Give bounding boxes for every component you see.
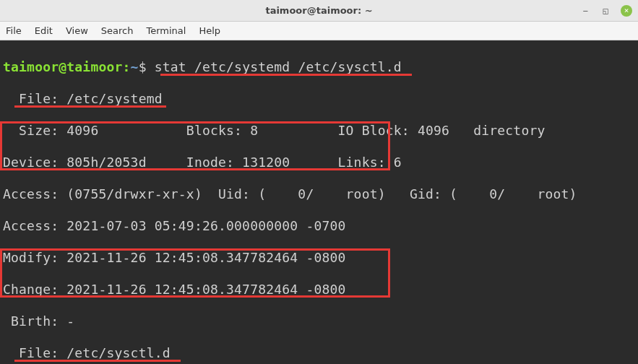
stat1-access-perm: Access: (0755/drwxr-xr-x) Uid: ( 0/ root…	[3, 186, 577, 202]
annotation-underline	[160, 74, 412, 76]
stat1-change: Change: 2021-11-26 12:45:08.347782464 -0…	[3, 282, 346, 297]
stat2-file: File: /etc/sysctl.d	[3, 345, 171, 360]
stat1-access: Access: 2021-07-03 05:49:26.000000000 -0…	[3, 218, 346, 233]
window-controls: − ◱ ×	[580, 5, 632, 17]
menu-terminal[interactable]: Terminal	[146, 25, 186, 36]
menu-search[interactable]: Search	[101, 25, 134, 36]
stat1-device: Device: 805h/2053d Inode: 131200 Links: …	[3, 155, 402, 170]
stat1-modify: Modify: 2021-11-26 12:45:08.347782464 -0…	[3, 250, 346, 265]
menu-edit[interactable]: Edit	[35, 25, 53, 36]
stat1-birth: Birth: -	[3, 313, 74, 329]
prompt-userhost: taimoor@taimoor	[3, 59, 123, 74]
menu-help[interactable]: Help	[199, 25, 220, 36]
annotation-underline	[14, 360, 181, 362]
window-title: taimoor@taimoor: ~	[265, 5, 372, 16]
stat1-file: File: /etc/systemd	[3, 91, 163, 106]
prompt-line: taimoor@taimoor:~$ stat /etc/systemd /et…	[3, 59, 637, 75]
menubar: File Edit View Search Terminal Help	[0, 22, 638, 40]
menu-file[interactable]: File	[6, 25, 22, 36]
menu-view[interactable]: View	[66, 25, 88, 36]
command-text: stat /etc/systemd /etc/sysctl.d	[155, 59, 402, 74]
annotation-underline	[14, 105, 166, 108]
titlebar: taimoor@taimoor: ~ − ◱ ×	[0, 0, 638, 22]
close-button[interactable]: ×	[621, 5, 632, 17]
minimize-button[interactable]: −	[580, 6, 590, 16]
prompt-dollar: $	[139, 59, 147, 74]
maximize-button[interactable]: ◱	[600, 6, 611, 16]
stat1-size: Size: 4096 Blocks: 8 IO Block: 4096 dire…	[3, 123, 546, 138]
prompt-path: ~	[131, 59, 139, 74]
terminal-output[interactable]: taimoor@taimoor:~$ stat /etc/systemd /et…	[0, 40, 638, 364]
